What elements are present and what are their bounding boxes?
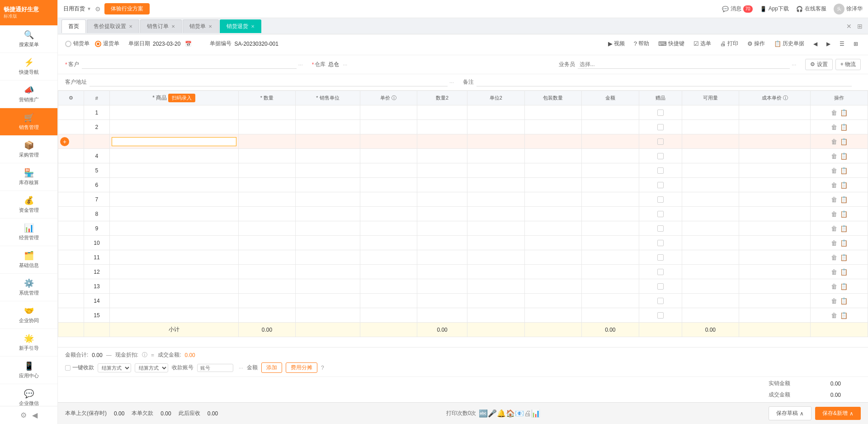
- row-qty-cell[interactable]: [238, 207, 296, 221]
- row-amount-cell[interactable]: [582, 192, 639, 207]
- row-product-cell[interactable]: [109, 265, 238, 279]
- row-amount-cell[interactable]: [582, 207, 639, 221]
- tab-sales-close[interactable]: ✕: [208, 24, 212, 29]
- collapse-icon[interactable]: ◀: [32, 411, 38, 419]
- copy-row-icon[interactable]: 📋: [840, 210, 848, 218]
- row-pack-cell[interactable]: [524, 105, 582, 120]
- row-gift-cell[interactable]: [639, 163, 682, 178]
- account-dots[interactable]: ···: [239, 365, 243, 371]
- exp-plan-button[interactable]: 体验行业方案: [104, 3, 150, 14]
- row-qty2-cell[interactable]: [417, 163, 467, 178]
- list-view-btn[interactable]: ☰: [837, 40, 847, 48]
- copy-row-icon[interactable]: 📋: [840, 196, 848, 203]
- row-ops-cell[interactable]: 🗑 📋: [811, 265, 868, 279]
- row-cost-cell[interactable]: [739, 120, 811, 134]
- row-price-cell[interactable]: [360, 221, 417, 236]
- user-menu[interactable]: 头 徐泽华: [834, 4, 863, 14]
- select-btn[interactable]: ☑ 选单: [691, 39, 714, 48]
- copy-row-icon[interactable]: 📋: [840, 152, 848, 160]
- tab-close-all-icon[interactable]: ✕: [844, 22, 854, 31]
- row-price-cell[interactable]: [360, 279, 417, 294]
- row-cost-cell[interactable]: [739, 207, 811, 221]
- row-unit2-cell[interactable]: [467, 250, 524, 265]
- tab-sales-return-close[interactable]: ✕: [251, 24, 255, 29]
- tab-home[interactable]: 首页: [61, 19, 86, 33]
- row-unit-cell[interactable]: [296, 250, 360, 265]
- delete-row-icon[interactable]: 🗑: [831, 167, 837, 174]
- row-gift-cell[interactable]: [639, 120, 682, 134]
- split-button[interactable]: 费用分摊: [286, 362, 317, 373]
- app-download-button[interactable]: 📱 App下载: [760, 5, 789, 13]
- gift-checkbox[interactable]: [657, 298, 664, 304]
- sidebar-item-guide[interactable]: 🌟 新手引导: [0, 329, 57, 357]
- row-pack-cell[interactable]: [524, 279, 582, 294]
- prev-record-btn[interactable]: ◀: [811, 40, 820, 48]
- row-amount-cell[interactable]: [582, 236, 639, 250]
- row-product-cell[interactable]: [109, 308, 238, 323]
- delete-row-icon[interactable]: 🗑: [831, 283, 837, 290]
- row-unit-cell[interactable]: [296, 308, 360, 323]
- row-gift-cell[interactable]: [639, 134, 682, 149]
- customer-dots[interactable]: ···: [298, 62, 303, 68]
- copy-row-icon[interactable]: 📋: [840, 254, 848, 261]
- gift-checkbox[interactable]: [657, 138, 664, 145]
- row-qty-cell[interactable]: [238, 294, 296, 308]
- row-pack-cell[interactable]: [524, 236, 582, 250]
- row-price-cell[interactable]: [360, 134, 417, 149]
- sidebar-item-marketing[interactable]: 📣 营销推广: [0, 81, 57, 108]
- delete-row-icon[interactable]: 🗑: [831, 196, 837, 203]
- add-row-button[interactable]: +: [60, 137, 69, 146]
- sidebar-item-enterprise[interactable]: 🤝 企业协同: [0, 301, 57, 329]
- detail-view-btn[interactable]: ⊞: [851, 40, 861, 48]
- row-price-cell[interactable]: [360, 178, 417, 192]
- staff-input[interactable]: [578, 60, 790, 69]
- row-cost-cell[interactable]: [739, 149, 811, 163]
- row-cost-cell[interactable]: [739, 134, 811, 149]
- tab-sales-order[interactable]: 销售订单 ✕: [140, 19, 182, 33]
- sidebar-item-wechat[interactable]: 💬 企业微信: [0, 384, 57, 406]
- row-add-cell[interactable]: +: [58, 134, 84, 149]
- row-product-cell[interactable]: [109, 236, 238, 250]
- row-ops-cell[interactable]: 🗑 📋: [811, 134, 868, 149]
- delete-row-icon[interactable]: 🗑: [831, 268, 837, 276]
- gift-checkbox[interactable]: [657, 269, 664, 275]
- row-product-cell[interactable]: [109, 105, 238, 120]
- row-unit2-cell[interactable]: [467, 134, 524, 149]
- video-btn[interactable]: ▶ 视频: [605, 39, 627, 48]
- row-qty2-cell[interactable]: [417, 207, 467, 221]
- delete-row-icon[interactable]: 🗑: [831, 152, 837, 160]
- row-ops-cell[interactable]: 🗑 📋: [811, 149, 868, 163]
- row-avail-cell[interactable]: [682, 265, 739, 279]
- row-avail-cell[interactable]: [682, 279, 739, 294]
- row-qty2-cell[interactable]: [417, 192, 467, 207]
- row-qty2-cell[interactable]: [417, 236, 467, 250]
- row-price-cell[interactable]: [360, 308, 417, 323]
- row-gift-cell[interactable]: [639, 250, 682, 265]
- row-avail-cell[interactable]: [682, 236, 739, 250]
- address-dots[interactable]: ···: [449, 79, 454, 86]
- gift-checkbox[interactable]: [657, 254, 664, 261]
- row-unit2-cell[interactable]: [467, 120, 524, 134]
- row-product-cell[interactable]: [109, 279, 238, 294]
- doc-date-value[interactable]: 2023-03-20: [153, 41, 180, 47]
- row-price-cell[interactable]: [360, 192, 417, 207]
- row-avail-cell[interactable]: [682, 207, 739, 221]
- copy-row-icon[interactable]: 📋: [840, 239, 848, 247]
- row-price-cell[interactable]: [360, 250, 417, 265]
- row-unit2-cell[interactable]: [467, 163, 524, 178]
- row-qty-cell[interactable]: [238, 236, 296, 250]
- row-ops-cell[interactable]: 🗑 📋: [811, 294, 868, 308]
- row-gift-cell[interactable]: [639, 178, 682, 192]
- row-product-cell[interactable]: [109, 207, 238, 221]
- row-amount-cell[interactable]: [582, 265, 639, 279]
- row-product-cell[interactable]: [109, 149, 238, 163]
- row-unit2-cell[interactable]: [467, 105, 524, 120]
- setting-button[interactable]: ⚙ 设置: [805, 59, 832, 70]
- tab-sales-return[interactable]: 销货退货 ✕: [220, 19, 261, 33]
- row-ops-cell[interactable]: 🗑 📋: [811, 279, 868, 294]
- help-btn[interactable]: ? 帮助: [631, 39, 652, 48]
- row-cost-cell[interactable]: [739, 250, 811, 265]
- row-avail-cell[interactable]: [682, 149, 739, 163]
- row-qty2-cell[interactable]: [417, 134, 467, 149]
- row-pack-cell[interactable]: [524, 149, 582, 163]
